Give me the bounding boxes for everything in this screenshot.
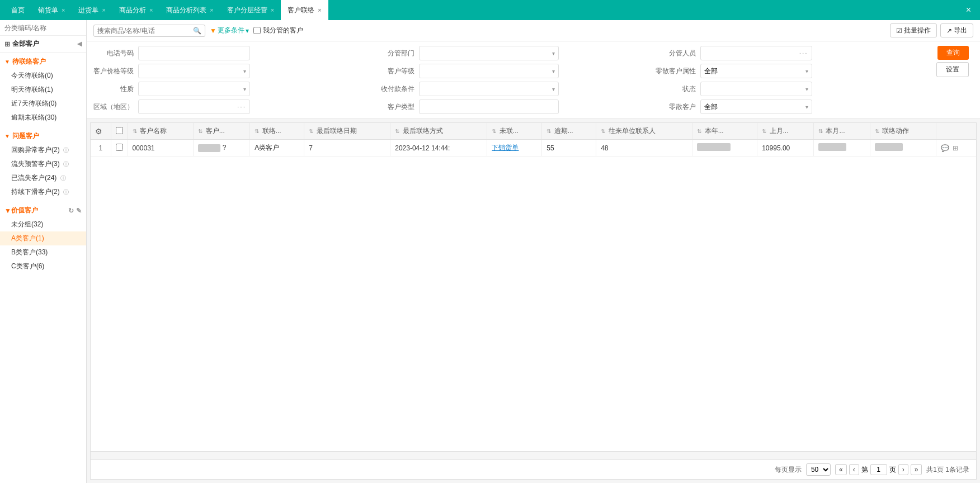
filter-status: 状态 ▾ [656,82,936,96]
sidebar-item-today[interactable]: 今天待联络(0) [0,69,86,83]
sidebar-item-churned[interactable]: 已流失客户(24) ⓘ [0,171,86,185]
sidebar-item-a-class[interactable]: A类客户(1) [0,231,86,245]
nav-tab-sales[interactable]: 销货单 × [31,0,72,20]
prev-page-btn[interactable]: ‹ [849,464,859,475]
sidebar-item-7days[interactable]: 近7天待联络(0) [0,97,86,111]
col-action [936,123,976,140]
sidebar-item-abnormal[interactable]: 回购异常客户(2) ⓘ [0,143,86,157]
info-icon-churn[interactable]: ⓘ [63,161,69,167]
close-analysis-tab[interactable]: × [149,7,153,13]
col-contact[interactable]: ⇅ 最后联络日期 [304,123,390,140]
refresh-icon[interactable]: ↻ [68,207,74,215]
app-close-button[interactable]: × [962,5,976,15]
sidebar-search-input[interactable] [4,24,87,32]
retail-attr-select[interactable]: 全部 ▾ [700,64,812,78]
table-wrapper: ⚙ ⇅ 客户名称 ⇅ 客户... [91,123,976,451]
row-checkbox[interactable] [116,144,123,151]
info-icon-churned[interactable]: ⓘ [60,175,66,181]
contact2-blurred [697,143,731,151]
person-input[interactable]: ··· [700,46,812,60]
customer-type-input[interactable] [419,100,559,114]
sidebar-collapse-btn[interactable]: ◀ [77,40,82,48]
nav-tab-customer-contact[interactable]: 客户联络 × [281,0,328,20]
cell-last-date: 2023-04-12 14:44: [390,140,487,157]
batch-op-button[interactable]: ☑ 批量操作 [890,23,937,37]
col-gear[interactable]: ⚙ [91,123,111,140]
sort-icon-name: ⇅ [198,128,202,134]
customer-level-select[interactable]: ▾ [419,64,559,78]
filter-search-input[interactable] [97,27,193,35]
sidebar-item-c-class[interactable]: C类客户(6) [0,259,86,273]
nav-tab-analysis-list[interactable]: 商品分析列表 × [159,0,220,20]
select-all-checkbox[interactable] [116,127,123,134]
col-uncontact[interactable]: ⇅ 逾期... [542,123,596,140]
page-number-input[interactable] [870,464,887,475]
nav-tab-purchase[interactable]: 进货单 × [72,0,112,20]
col-name[interactable]: ⇅ 客户... [194,123,250,140]
info-icon-abnormal[interactable]: ⓘ [63,147,69,153]
close-sales-tab[interactable]: × [62,7,65,13]
query-buttons: 查询 设置 [936,46,973,114]
info-icon-declining[interactable]: ⓘ [63,189,69,195]
edit-icon[interactable]: ✎ [76,207,82,215]
sidebar-section-pending: ▼ 待联络客户 今天待联络(0) 明天待联络(1) 近7天待联络(0) 逾期未联… [0,53,86,127]
filter-price-level: 客户价格等级 ▾ [93,64,374,78]
export-button[interactable]: ↗ 导出 [940,23,973,37]
page-size-select[interactable]: 50 [806,463,831,476]
next-page-btn[interactable]: › [898,464,908,475]
last-page-btn[interactable]: » [911,464,922,475]
filter-search-icon[interactable]: 🔍 [193,27,201,35]
sort-icon-this-month: ⇅ [875,128,879,134]
dept-select[interactable]: ▾ [419,46,559,60]
phone-input[interactable] [138,46,250,60]
col-last-date[interactable]: ⇅ 最后联络方式 [390,123,487,140]
sidebar-item-tomorrow[interactable]: 明天待联络(1) [0,83,86,97]
nav-tab-analysis[interactable]: 商品分析 × [112,0,159,20]
filter-arrow-icon: ▾ [246,27,249,35]
nav-tab-customer-seg[interactable]: 客户分层经营 × [220,0,281,20]
sidebar-item-overdue[interactable]: 逾期未联络(30) [0,111,86,125]
batch-checkbox-icon: ☑ [896,27,902,35]
close-customer-seg-tab[interactable]: × [271,7,274,13]
cell-contact2 [692,140,757,157]
region-input[interactable]: ··· [138,100,250,114]
action-share-icon[interactable]: ⊞ [953,144,958,152]
nature-select[interactable]: ▾ [138,82,250,96]
my-customers-checkbox[interactable] [253,27,261,34]
query-button[interactable]: 查询 [937,46,969,60]
col-last-method[interactable]: ⇅ 未联... [487,123,542,140]
col-this-month[interactable]: ⇅ 联络动作 [870,123,936,140]
close-analysis-list-tab[interactable]: × [210,7,213,13]
payment-arrow-icon: ▾ [552,86,555,92]
sidebar-all-customers[interactable]: ⊞ 全部客户 ◀ [0,36,86,53]
close-customer-contact-tab[interactable]: × [318,7,321,13]
col-contact2[interactable]: ⇅ 本年... [692,123,757,140]
last-method-link[interactable]: 下销货单 [492,144,519,151]
col-type[interactable]: ⇅ 联络... [250,123,304,140]
filter-customer-type: 客户类型 [374,100,655,114]
sidebar-item-declining[interactable]: 持续下滑客户(2) ⓘ [0,185,86,199]
status-select[interactable]: ▾ [700,82,812,96]
action-chat-icon[interactable]: 💬 [941,144,949,152]
sidebar-item-b-class[interactable]: B类客户(33) [0,245,86,259]
col-last-month[interactable]: ⇅ 本月... [814,123,870,140]
sidebar-section-value-title[interactable]: ▼ 价值客户 ↻ ✎ [0,203,86,217]
col-overdue[interactable]: ⇅ 往来单位联系人 [596,123,692,140]
col-code[interactable]: ⇅ 客户名称 [128,123,194,140]
retail-customer-select[interactable]: 全部 ▾ [700,100,812,114]
payment-select[interactable]: ▾ [419,82,559,96]
sidebar-item-ungrouped[interactable]: 未分组(32) [0,217,86,231]
filter-more-btn[interactable]: ▼ 更多条件 ▾ [210,26,249,35]
sidebar-section-problem-title[interactable]: ▼ 问题客户 [0,129,86,143]
col-this-year[interactable]: ⇅ 上月... [757,123,814,140]
price-level-label: 客户价格等级 [93,67,138,76]
gear-icon[interactable]: ⚙ [95,127,102,136]
grid-icon: ⊞ [4,40,10,48]
nav-tab-home[interactable]: 首页 [4,0,31,20]
settings-button[interactable]: 设置 [936,62,969,77]
sidebar-section-pending-title[interactable]: ▼ 待联络客户 [0,55,86,69]
first-page-btn[interactable]: « [835,464,847,475]
close-purchase-tab[interactable]: × [102,7,105,13]
sidebar-item-churn-warning[interactable]: 流失预警客户(3) ⓘ [0,157,86,171]
price-level-select[interactable]: ▾ [138,64,250,78]
